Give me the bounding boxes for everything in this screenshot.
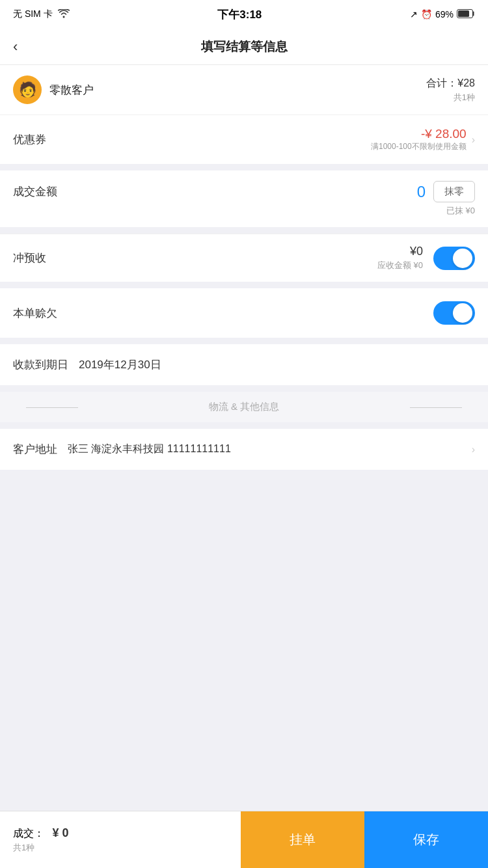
customer-left: 🧑 零散客户 [13,75,94,104]
coupon-right: -¥ 28.00 满1000-100不限制使用金额 › [371,127,475,152]
bottom-bar: 成交： ¥ 0 共1种 挂单 保存 [0,811,488,868]
debt-toggle[interactable] [433,301,475,325]
no-sim-text: 无 SIM 卡 [13,8,53,20]
toggle-knob [453,249,472,268]
due-date-value: 2019年12月30日 [79,357,161,372]
prereceive-amount: ¥0 [377,245,423,258]
customer-row: 🧑 零散客户 合计：¥28 共1种 [0,65,488,115]
debt-section: 本单赊欠 [0,288,488,338]
bottom-count: 共1种 [13,842,228,854]
customer-name: 零散客户 [49,83,94,98]
customer-section: 🧑 零散客户 合计：¥28 共1种 优惠券 -¥ 28.00 满1000-100… [0,65,488,164]
address-section[interactable]: 客户地址 张三 海淀永丰科技园 11111111111 › [0,429,488,470]
location-icon: ↗ [410,9,418,20]
prereceive-mid: ¥0 应收金额 ¥0 [377,245,423,271]
content: 🧑 零散客户 合计：¥28 共1种 优惠券 -¥ 28.00 满1000-100… [0,65,488,528]
transaction-section: 成交金额 0 抹零 已抹 ¥0 [0,170,488,227]
coupon-content: -¥ 28.00 满1000-100不限制使用金额 [371,127,467,152]
bottom-deal-row: 成交： ¥ 0 [13,826,228,841]
status-bar: 无 SIM 卡 下午3:18 ↗ ⏰ 69% [0,0,488,29]
coupon-discount: -¥ 28.00 [371,127,467,141]
coupon-desc: 满1000-100不限制使用金额 [371,141,467,152]
hang-button[interactable]: 挂单 [241,811,364,869]
prereceive-row: 冲预收 ¥0 应收金额 ¥0 [0,234,488,282]
due-date-row: 收款到期日 2019年12月30日 [13,357,475,372]
bottom-deal-amount: ¥ 0 [52,826,68,839]
customer-right: 合计：¥28 共1种 [426,77,475,103]
total-amount: 合计：¥28 [426,77,475,90]
transaction-amount: 0 [417,183,426,201]
battery-text: 69% [435,9,454,20]
avatar-icon: 🧑 [19,81,36,98]
receivable-amount: 应收金额 ¥0 [377,260,423,271]
svg-rect-1 [458,10,469,17]
bottom-info: 成交： ¥ 0 共1种 [0,826,241,854]
status-time: 下午3:18 [217,7,262,22]
transaction-right: 0 抹零 [417,181,475,202]
nav-bar: ‹ 填写结算等信息 [0,29,488,65]
alarm-icon: ⏰ [421,9,432,20]
transaction-row: 成交金额 0 抹零 [13,181,475,202]
already-rounded-text: 已抹 ¥0 [13,205,475,217]
address-label: 客户地址 [13,442,57,457]
address-chevron-icon: › [472,444,475,455]
back-button[interactable]: ‹ [13,38,18,55]
nav-title: 填写结算等信息 [201,38,288,55]
customer-avatar: 🧑 [13,75,42,104]
due-date-label: 收款到期日 [13,357,68,372]
logistics-divider: 物流 & 其他信息 [0,392,488,422]
debt-toggle-knob [453,303,472,323]
round-button[interactable]: 抹零 [433,181,475,202]
save-button[interactable]: 保存 [364,811,488,869]
coupon-label: 优惠券 [13,132,46,147]
battery-icon [457,9,475,20]
prereceive-label: 冲预收 [13,251,46,265]
total-count: 共1种 [426,92,475,103]
logistics-label: 物流 & 其他信息 [209,401,279,412]
coupon-chevron-icon: › [472,134,475,146]
address-value: 张三 海淀永丰科技园 11111111111 [68,442,472,456]
prereceive-toggle[interactable] [433,247,475,270]
status-right: ↗ ⏰ 69% [410,9,475,20]
debt-label: 本单赊欠 [13,306,57,321]
bottom-deal-label: 成交： [13,828,44,839]
due-date-section: 收款到期日 2019年12月30日 [0,344,488,385]
status-left: 无 SIM 卡 [13,8,70,20]
prereceive-section: 冲预收 ¥0 应收金额 ¥0 [0,234,488,282]
transaction-label: 成交金额 [13,184,57,199]
coupon-row[interactable]: 优惠券 -¥ 28.00 满1000-100不限制使用金额 › [0,115,488,164]
wifi-icon [58,9,70,20]
